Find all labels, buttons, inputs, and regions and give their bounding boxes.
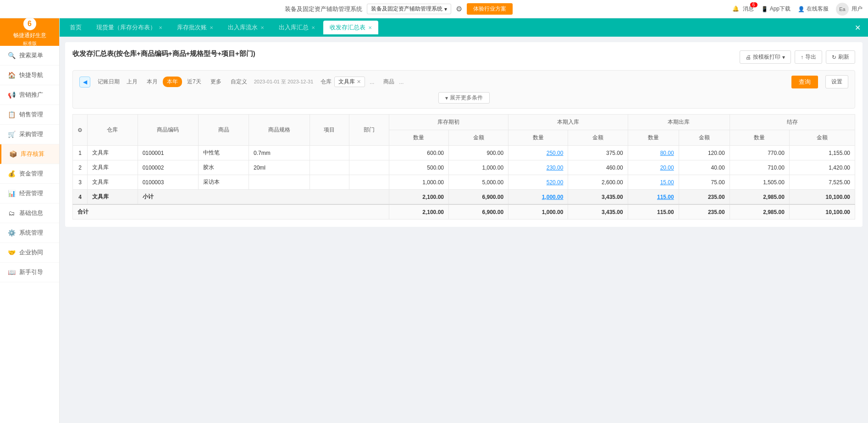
print-template-button[interactable]: 🖨 按模板打印 ▾ — [740, 50, 791, 64]
system-name: 装备及固定资产辅助管理系统 — [285, 5, 362, 13]
cell-out-qty-1[interactable]: 80.00 — [628, 146, 679, 160]
th-project: 项目 — [310, 115, 349, 146]
online-service[interactable]: 👤 在线客服 — [798, 5, 829, 13]
warehouse-more-btn[interactable]: ... — [368, 79, 376, 85]
refresh-button[interactable]: ↻ 刷新 — [826, 50, 855, 64]
sidebar-item-inventory[interactable]: 📦 库存核算 — [0, 144, 59, 164]
sidebar-item-purchase[interactable]: 🛒 采购管理 — [0, 125, 59, 144]
sidebar-item-finance[interactable]: 💰 资金管理 — [0, 164, 59, 184]
expand-more-btn[interactable]: ▾ 展开更多条件 — [438, 92, 490, 104]
cell-in-qty-2[interactable]: 230.00 — [509, 160, 568, 175]
cell-warehouse-3: 文具库 — [88, 175, 138, 190]
tab-inventory-dist[interactable]: 现货量（库存分布表） ✕ — [90, 21, 169, 34]
cell-opening-amt-3: 5,000.00 — [448, 175, 508, 190]
cell-total-opening-qty: 2,100.00 — [389, 204, 448, 220]
tab-inout-flow[interactable]: 出入库流水 ✕ — [221, 21, 271, 34]
tab-inventory-dist-label: 现货量（库存分布表） — [96, 23, 156, 32]
system-icon: ⚙️ — [7, 229, 16, 236]
table-row: 3 文具库 0100003 采访本 1,000.00 5,000.00 — [73, 175, 855, 190]
tab-inout-flow-close[interactable]: ✕ — [260, 25, 264, 30]
tab-batch-ledger-close[interactable]: ✕ — [210, 25, 213, 30]
goods-more-btn[interactable]: ... — [397, 79, 405, 85]
guide-icon: 📖 — [7, 269, 16, 276]
cell-total-out-qty: 115.00 — [628, 204, 679, 220]
sidebar-item-enterprise[interactable]: 🤝 企业协同 — [0, 243, 59, 263]
th-settings: ⚙ — [73, 115, 88, 146]
cell-in-qty-3[interactable]: 520.00 — [509, 175, 568, 190]
tab-home[interactable]: 首页 — [63, 21, 88, 34]
tab-batch-ledger[interactable]: 库存批次账 ✕ — [171, 21, 220, 34]
tab-recv-send-summary-close[interactable]: ✕ — [368, 25, 372, 30]
notification-area[interactable]: 🔔 6 消息 — [732, 5, 753, 13]
cell-closing-qty-2: 710.00 — [730, 160, 789, 175]
sidebar-item-system[interactable]: ⚙️ 系统管理 — [0, 223, 59, 243]
sidebar-item-operation[interactable]: 📊 经营管理 — [0, 184, 59, 203]
cell-subtotal-opening-amt: 6,900.00 — [448, 190, 508, 205]
date-btn-this-month[interactable]: 本月 — [143, 77, 162, 87]
tab-inout-summary-close[interactable]: ✕ — [311, 25, 315, 30]
tab-recv-send-summary[interactable]: 收发存汇总表 ✕ — [323, 21, 378, 34]
cell-out-qty-3[interactable]: 15.00 — [628, 175, 679, 190]
cell-warehouse-1: 文具库 — [88, 146, 138, 160]
date-btn-more[interactable]: 更多 — [206, 77, 226, 87]
th-in-amt: 金额 — [568, 130, 628, 146]
date-btn-7days[interactable]: 近7天 — [183, 77, 205, 87]
sidebar-item-guide[interactable]: 📖 新手引导 — [0, 263, 59, 282]
experience-button[interactable]: 体验行业方案 — [467, 3, 513, 15]
sidebar-item-marketing[interactable]: 📢 营销推广 — [0, 85, 59, 105]
date-range-text: 2023-01-01 至 2023-12-31 — [254, 78, 314, 85]
cell-goods-spec-1: 0.7mm — [249, 146, 310, 160]
export-button[interactable]: ↑ 导出 — [795, 50, 822, 64]
cell-goods-name-2: 胶水 — [199, 160, 249, 175]
filter-collapse-btn[interactable]: ◀ — [79, 77, 90, 88]
app-download[interactable]: 📱 App下载 — [761, 5, 791, 13]
sidebar-item-basic[interactable]: 🗂 基础信息 — [0, 203, 59, 223]
settings-btn[interactable]: 设置 — [825, 75, 848, 88]
warehouse-label: 仓库 — [321, 78, 332, 86]
cell-goods-code-3: 0100003 — [138, 175, 199, 190]
cell-total-in-qty: 1,000.00 — [509, 204, 568, 220]
basic-icon: 🗂 — [7, 209, 16, 217]
warehouse-tag: 文具库 ✕ — [334, 77, 365, 87]
sidebar-item-sales[interactable]: 📋 销售管理 — [0, 105, 59, 125]
table-settings-icon[interactable]: ⚙ — [77, 127, 83, 133]
cell-out-amt-1: 120.00 — [679, 146, 730, 160]
user-area[interactable]: Ea 用户 — [836, 3, 862, 16]
top-bar: 装备及固定资产辅助管理系统 装备及固定资产辅助管理系统 ▾ ⚙ 体验行业方案 🔔… — [0, 0, 868, 18]
cell-total-closing-qty: 2,985.00 — [730, 204, 789, 220]
sidebar-item-quick-nav[interactable]: 🏠 快捷导航 — [0, 66, 59, 85]
date-btn-this-year[interactable]: 本年 — [163, 77, 182, 87]
th-goods-name: 商品 — [199, 115, 249, 146]
query-button[interactable]: 查询 — [791, 76, 818, 88]
cell-out-qty-2[interactable]: 20.00 — [628, 160, 679, 175]
tab-inventory-dist-close[interactable]: ✕ — [159, 25, 162, 30]
cell-in-qty-1[interactable]: 250.00 — [509, 146, 568, 160]
date-btn-last-month[interactable]: 上月 — [122, 77, 142, 87]
cell-total-label: 合计 — [73, 204, 389, 220]
sidebar-label-search: 搜索菜单 — [19, 51, 43, 60]
sidebar-item-search[interactable]: 🔍 搜索菜单 — [0, 46, 59, 66]
service-icon: 👤 — [798, 6, 805, 12]
notification-count: 6 — [750, 2, 757, 7]
system-dropdown[interactable]: 装备及固定资产辅助管理系统 ▾ — [367, 4, 451, 14]
sidebar-label-finance: 资金管理 — [19, 170, 43, 178]
logo-icon: 6 — [23, 18, 36, 30]
tabs-close-all[interactable]: ✕ — [851, 22, 864, 34]
purchase-icon: 🛒 — [7, 131, 16, 138]
th-warehouse: 仓库 — [88, 115, 138, 146]
dropdown-arrow-icon: ▾ — [444, 6, 447, 12]
settings-icon[interactable]: ⚙ — [456, 5, 462, 13]
cell-subtotal-out-qty[interactable]: 115.00 — [628, 190, 679, 205]
warehouse-remove-btn[interactable]: ✕ — [357, 79, 361, 85]
tab-inout-summary[interactable]: 出入库汇总 ✕ — [272, 21, 321, 34]
cell-out-amt-2: 40.00 — [679, 160, 730, 175]
cell-subtotal-in-qty[interactable]: 1,000.00 — [509, 190, 568, 205]
cell-opening-amt-2: 1,000.00 — [448, 160, 508, 175]
th-in: 本期入库 — [509, 115, 628, 130]
sales-icon: 📋 — [7, 111, 16, 118]
cell-closing-amt-3: 7,525.00 — [789, 175, 855, 190]
search-icon: 🔍 — [7, 52, 16, 59]
date-btn-custom[interactable]: 自定义 — [227, 77, 251, 87]
th-closing-amt: 金额 — [789, 130, 855, 146]
table-wrapper: ⚙ 仓库 商品编码 商品 商品规格 项目 部门 库存期初 本期入库 — [72, 114, 855, 220]
